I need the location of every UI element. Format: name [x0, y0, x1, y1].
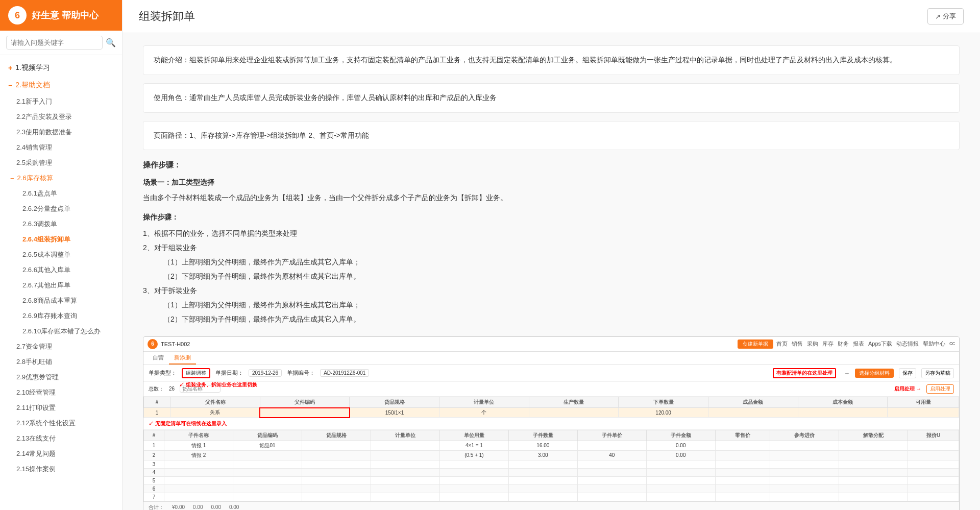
mock-td-cost-amt	[798, 408, 888, 418]
mock-parent-row-1: 1 关系 150/1×1 个 120.00	[144, 408, 959, 418]
mock-td-spec: 150/1×1	[350, 408, 439, 418]
sidebar-item-other-in[interactable]: 2.6.6其他入库单	[6, 262, 122, 278]
sidebar-item-assembly[interactable]: 2.6.4组装拆卸单	[6, 232, 122, 247]
mock-child-row-5: 5	[144, 476, 959, 484]
sidebar-item-other-out[interactable]: 2.6.7其他出库单	[6, 278, 122, 293]
sidebar-item-inventory[interactable]: − 2.6库存核算	[0, 171, 122, 186]
mock-type-input[interactable]: 组装调整	[182, 368, 210, 378]
mock-th-spec: 货品规格	[350, 397, 439, 408]
plus-icon: +	[8, 64, 12, 72]
mock-th-order-qty: 下单数量	[619, 397, 708, 408]
sidebar-item-system[interactable]: 2.12系统个性化设置	[0, 416, 122, 431]
sidebar-item-install[interactable]: 2.2产品安装及登录	[0, 109, 122, 125]
mock-cth-price: 子件单价	[577, 430, 646, 441]
nav-sub-inventory: 2.6.1盘点单 2.6.2分量盘点单 2.6.3调拨单 2.6.4组装拆卸单 …	[0, 186, 122, 339]
mock-val3: 0.00	[229, 504, 239, 510]
sidebar-item-videos[interactable]: + 1.视频学习	[0, 59, 122, 77]
minus-icon-inventory: −	[10, 175, 14, 182]
search-button[interactable]: 🔍	[106, 38, 116, 47]
step-1: 1、根据不同的业务，选择不同单据的类型来处理	[143, 226, 960, 240]
sidebar-category-label: 2.帮助文档	[15, 81, 50, 90]
mock-new-order-btn[interactable]: 创建新单据	[738, 339, 773, 349]
mock-td-parent-code	[260, 408, 350, 418]
mock-tab-new[interactable]: 新添删	[169, 352, 196, 365]
sidebar-item-ledger-fix[interactable]: 2.6.10库存账本错了怎么办	[6, 324, 122, 339]
mock-cth-spec: 货品规格	[302, 430, 371, 441]
mock-processing-label: 有装配清单的在这里处理	[773, 368, 836, 378]
mock-recycle-btn[interactable]: 启用处理	[926, 384, 954, 394]
mock-th-no: #	[144, 397, 170, 408]
sidebar-item-stocktake[interactable]: 2.6.1盘点单	[6, 186, 122, 201]
sidebar-item-coupon[interactable]: 2.9优惠券管理	[0, 370, 122, 385]
share-button[interactable]: ↗ 分享	[927, 8, 964, 25]
sidebar-item-purchase[interactable]: 2.5采购管理	[0, 155, 122, 171]
sidebar-header: 6 好生意 帮助中心	[0, 0, 122, 31]
mock-billno-input[interactable]: AD-201912Z6-001	[320, 369, 369, 377]
mock-cth-unit: 计量单位	[371, 430, 439, 441]
sidebar-item-finance[interactable]: 2.7资金管理	[0, 339, 122, 354]
sidebar-item-data-prep[interactable]: 2.3使用前数据准备	[0, 125, 122, 140]
mock-date-input[interactable]: 2019-12-26	[249, 369, 282, 377]
mock-cth-ref-price: 参考进价	[770, 430, 839, 441]
mock-td-no: 1	[144, 408, 170, 418]
step-3: 3、对于拆装业务	[143, 283, 960, 298]
mock-td-avail	[888, 408, 959, 418]
mock-draft-btn[interactable]: 另存为草稿	[921, 368, 954, 378]
sidebar-item-partial-stocktake[interactable]: 2.6.2分量盘点单	[6, 201, 122, 216]
intro-text-1: 功能介绍：组装拆卸单用来处理企业组装或拆卸等加工业务，支持有固定装配清单的产品加…	[154, 56, 897, 64]
sidebar-item-faq[interactable]: 2.14常见问题	[0, 446, 122, 462]
mock-total-label-bottom: 合计：	[149, 504, 164, 510]
mock-tab-bar: 自营 新添删	[143, 352, 959, 365]
sidebar-item-docs[interactable]: − 2.帮助文档	[0, 77, 122, 94]
step-3-2: （2）下部明细为子件明细，最终作为产成品生成其它入库单。	[163, 312, 960, 326]
steps-section: 操作步骤： 场景一：加工类型选择 当由多个子件材料组装成一个成品的业务为【组装】…	[143, 160, 960, 326]
sidebar-item-cases[interactable]: 2.15操作案例	[0, 462, 122, 477]
mock-cth-qty: 子件数量	[508, 430, 577, 441]
mock-cth-name: 子件名称	[164, 430, 233, 441]
mock-total-value: 26	[169, 386, 175, 392]
intro-block-3: 页面路径：1、库存核算->库存管理->组装拆卸单 2、首页->常用功能	[143, 121, 960, 151]
sidebar-item-mobile[interactable]: 2.8手机旺铺	[0, 354, 122, 370]
intro-block-1: 功能介绍：组装拆卸单用来处理企业组装或拆卸等加工业务，支持有固定装配清单的产品加…	[143, 45, 960, 75]
mock-top-bar: 6 TEST-H002 创建新单据 首页 销售 采购 库存 财务 报表 Apps…	[143, 337, 959, 352]
sidebar-item-print[interactable]: 2.11打印设置	[0, 400, 122, 416]
mock-tab-zizhi[interactable]: 自营	[148, 352, 169, 365]
nav-list: + 1.视频学习 − 2.帮助文档 2.1新手入门 2.2产品安装及登录 2.3…	[0, 55, 122, 510]
sidebar-item-transfer[interactable]: 2.6.3调拨单	[6, 216, 122, 232]
mock-total-label: 总数：	[149, 385, 164, 393]
mock-select-group-btn[interactable]: 选择分组材料	[855, 369, 894, 378]
nav-sub-docs: 2.1新手入门 2.2产品安装及登录 2.3使用前数据准备 2.4销售管理 2.…	[0, 94, 122, 477]
sidebar-item-ledger[interactable]: 2.6.9库存账本查询	[6, 308, 122, 324]
mock-cth-retail: 零售价	[715, 430, 770, 441]
sidebar-item-payment[interactable]: 2.13在线支付	[0, 431, 122, 446]
sidebar-item-cost-recalc[interactable]: 2.6.8商品成本重算	[6, 293, 122, 308]
mock-sub-annotation: ↙ 无固定清单可在细线在这里录入	[143, 418, 959, 430]
step-list: 1、根据不同的业务，选择不同单据的类型来处理 2、对于组装业务 （1）上部明细为…	[143, 226, 960, 326]
sidebar-item-newuser[interactable]: 2.1新手入门	[0, 94, 122, 109]
sidebar-inventory-label: 2.6库存核算	[17, 174, 53, 183]
article-content: 功能介绍：组装拆卸单用来处理企业组装或拆卸等加工业务，支持有固定装配清单的产品加…	[122, 33, 980, 510]
mock-val2: 0.00	[211, 504, 221, 510]
sidebar-item-ops[interactable]: 2.10经营管理	[0, 385, 122, 400]
mock-parent-table-wrapper: # 父件名称 父件编码 货品规格 计量单位 生产数量 下单数量 成品金额 成本金…	[143, 397, 959, 418]
mock-cth-alloc: 解散分配	[839, 430, 908, 441]
mock-child-table: # 子件名称 货品编码 货品规格 计量单位 单位用量 子件数量 子件单价 子件金…	[143, 430, 959, 501]
screenshot-area: 6 TEST-H002 创建新单据 首页 销售 采购 库存 财务 报表 Apps…	[143, 336, 960, 510]
mock-cth-usage: 单位用量	[439, 430, 508, 441]
mock-save-btn[interactable]: 保存	[899, 368, 916, 378]
mock-cth-quote: 报价U	[908, 430, 959, 441]
mock-app-name: TEST-H002	[161, 341, 190, 347]
mock-logo: 6	[148, 339, 158, 349]
step-2-1: （1）上部明细为父件明细，最终作为产成品生成其它入库单；	[163, 255, 960, 269]
mock-annotation-switch: ↙ 组装业务、拆卸业务在这里切换	[179, 381, 257, 388]
sidebar-item-sales[interactable]: 2.4销售管理	[0, 140, 122, 155]
mock-child-row-3: 3	[144, 460, 959, 468]
sidebar-item-cost-adjust[interactable]: 2.6.5成本调整单	[6, 247, 122, 262]
mock-th-parent-code: 父件编码	[260, 397, 350, 408]
mock-child-table-wrapper: # 子件名称 货品编码 货品规格 计量单位 单位用量 子件数量 子件单价 子件金…	[143, 430, 959, 501]
sidebar-title-text: 好生意 帮助中心	[32, 9, 99, 21]
main-header: 组装拆卸单 ↗ 分享	[122, 0, 980, 33]
search-input[interactable]	[6, 36, 103, 50]
mock-td-unit: 个	[439, 408, 529, 418]
search-box: 🔍	[0, 31, 122, 55]
